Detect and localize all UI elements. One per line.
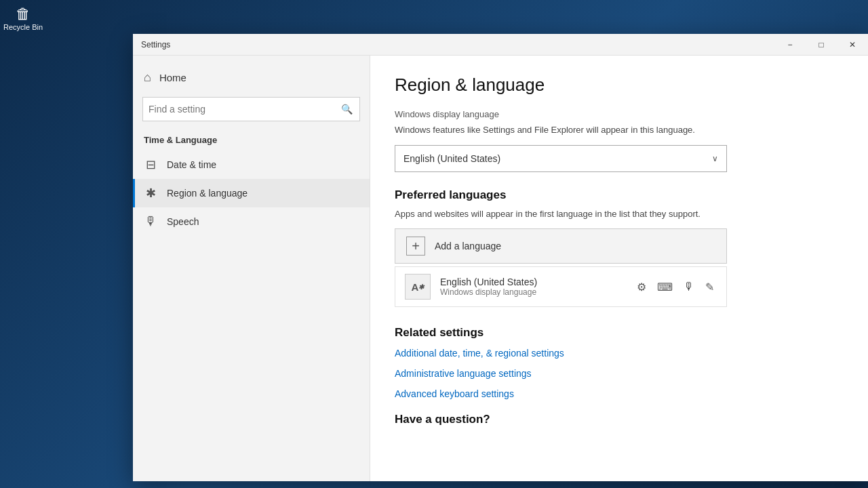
windows-display-language-description: Windows features like Settings and File … <box>395 123 844 137</box>
window-body: ⌂ Home 🔍 Time & Language ⊟ Date & time ✱… <box>133 56 868 481</box>
display-language-dropdown[interactable]: English (United States) ∨ <box>395 145 727 172</box>
search-box: 🔍 <box>142 97 360 121</box>
add-language-button[interactable]: + Add a language <box>395 228 727 264</box>
preferred-languages-description: Apps and websites will appear in the fir… <box>395 207 844 221</box>
windows-display-language-label: Windows display language <box>395 109 844 119</box>
add-language-label: Add a language <box>435 241 501 251</box>
language-keyboard-icon[interactable]: ⌨ <box>654 278 675 296</box>
language-speech-icon[interactable]: 🎙 <box>681 278 697 296</box>
recycle-bin-icon: 🗑 Recycle Bin <box>3 5 43 31</box>
recycle-bin-label: Recycle Bin <box>3 23 43 31</box>
sidebar-item-date-time[interactable]: ⊟ Date & time <box>133 150 370 179</box>
language-options-icon[interactable]: ⚙ <box>634 278 649 296</box>
speech-label: Speech <box>167 216 199 227</box>
language-info-en-us: English (United States) Windows display … <box>440 277 625 297</box>
related-link-advanced-keyboard[interactable]: Advanced keyboard settings <box>395 388 844 399</box>
sidebar: ⌂ Home 🔍 Time & Language ⊟ Date & time ✱… <box>133 56 370 481</box>
search-input[interactable] <box>149 104 340 115</box>
settings-window: Settings − □ ✕ ⌂ Home 🔍 Time & Language <box>133 34 868 481</box>
title-bar: Settings − □ ✕ <box>133 34 868 56</box>
sidebar-item-region-language[interactable]: ✱ Region & language <box>133 179 370 207</box>
maximize-button[interactable]: □ <box>806 34 837 56</box>
home-label: Home <box>159 72 186 83</box>
language-icon-en-us: A ✱ <box>405 274 431 300</box>
related-link-date-time-regional[interactable]: Additional date, time, & regional settin… <box>395 348 844 359</box>
home-icon: ⌂ <box>144 70 151 85</box>
related-settings-heading: Related settings <box>395 326 844 340</box>
language-actions-en-us: ⚙ ⌨ 🎙 ✎ <box>634 278 717 296</box>
region-language-label: Region & language <box>167 188 248 199</box>
sidebar-item-home[interactable]: ⌂ Home <box>133 64 370 92</box>
minimize-button[interactable]: − <box>774 34 806 56</box>
date-time-icon: ⊟ <box>144 157 157 172</box>
content-area: Region & language Windows display langua… <box>370 56 868 481</box>
speech-icon: 🎙 <box>144 214 157 228</box>
language-edit-icon[interactable]: ✎ <box>703 278 717 296</box>
related-link-administrative-language[interactable]: Administrative language settings <box>395 368 844 379</box>
title-bar-controls: − □ ✕ <box>774 34 868 56</box>
close-button[interactable]: ✕ <box>837 34 868 56</box>
language-name-en-us: English (United States) <box>440 277 625 287</box>
date-time-label: Date & time <box>167 159 216 170</box>
preferred-languages-heading: Preferred languages <box>395 188 844 202</box>
have-question-heading: Have a question? <box>395 413 844 426</box>
dropdown-value: English (United States) <box>403 153 500 164</box>
sidebar-item-speech[interactable]: 🎙 Speech <box>133 207 370 235</box>
page-title: Region & language <box>395 75 844 96</box>
window-title: Settings <box>141 40 170 49</box>
sidebar-section-title: Time & Language <box>133 127 370 150</box>
dropdown-arrow-icon: ∨ <box>712 154 718 163</box>
region-language-icon: ✱ <box>144 186 157 201</box>
plus-icon: + <box>406 237 425 256</box>
language-item-en-us[interactable]: A ✱ English (United States) Windows disp… <box>395 266 727 307</box>
search-button[interactable]: 🔍 <box>340 104 354 115</box>
language-sublabel-en-us: Windows display language <box>440 287 625 297</box>
